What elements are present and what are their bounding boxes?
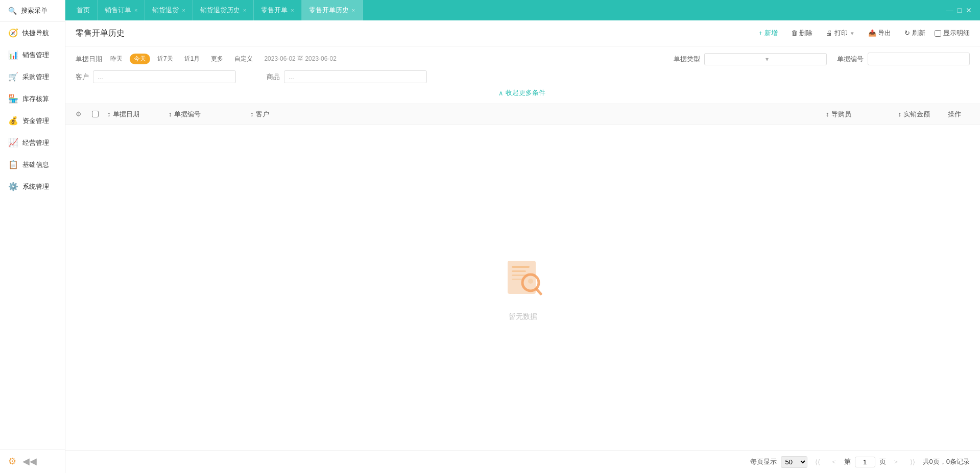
empty-illustration xyxy=(497,253,548,304)
svg-point-7 xyxy=(528,279,533,284)
tab-sales-return-history[interactable]: 销货退货历史× xyxy=(193,0,254,20)
sidebar-item-label-purchase-mgmt: 采购管理 xyxy=(22,72,49,82)
page-input[interactable] xyxy=(855,457,875,467)
sidebar-item-sales-mgmt[interactable]: 📊 销售管理 xyxy=(0,44,65,66)
doc-num-input[interactable] xyxy=(868,53,970,65)
tab-label-retail-open-history: 零售开单历史 xyxy=(309,6,349,15)
date-option-custom[interactable]: 自定义 xyxy=(230,54,257,64)
toolbar: + 新增 🗑 删除 🖨 打印 ▼ 📤 导出 ↻ 刷新 显示明细 xyxy=(754,27,970,40)
page-header: 零售开单历史 + 新增 🗑 删除 🖨 打印 ▼ 📤 导出 ↻ 刷新 xyxy=(65,20,980,46)
sidebar-item-quick-nav[interactable]: 🧭 快捷导航 xyxy=(0,22,65,44)
tab-label-retail-open: 零售开单 xyxy=(261,6,288,15)
sidebar-item-purchase-mgmt[interactable]: 🛒 采购管理 xyxy=(0,66,65,88)
tab-close-sales-return-history[interactable]: × xyxy=(243,7,246,13)
add-label: + 新增 xyxy=(758,29,777,38)
sidebar-item-icon-finance: 💰 xyxy=(8,116,18,126)
goods-label: 商品 xyxy=(267,72,280,82)
doc-type-filter: 单据类型 ▾ xyxy=(674,53,827,65)
sidebar-item-label-sales-mgmt: 销售管理 xyxy=(22,51,49,60)
doc-type-select[interactable]: ▾ xyxy=(704,53,827,65)
svg-rect-2 xyxy=(512,270,526,272)
tab-close-sales-order[interactable]: × xyxy=(134,7,137,13)
window-minimize[interactable]: — xyxy=(946,6,953,14)
th-guide-sort-icon: ↕ xyxy=(826,110,829,118)
customer-input[interactable] xyxy=(93,70,236,83)
tab-close-retail-open-history[interactable]: × xyxy=(352,7,355,13)
date-option-more[interactable]: 更多 xyxy=(207,54,227,64)
tab-label-sales-return-history: 销货退货历史 xyxy=(200,6,240,15)
tab-bar: 首页销售订单×销货退货×销货退货历史×零售开单×零售开单历史× — □ ✕ xyxy=(65,0,980,20)
sidebar-item-finance[interactable]: 💰 资金管理 xyxy=(0,110,65,132)
svg-rect-4 xyxy=(512,279,523,280)
sidebar-settings-icon[interactable]: ⚙ xyxy=(8,456,16,467)
date-option-month[interactable]: 近1月 xyxy=(180,54,204,64)
main-area: 首页销售订单×销货退货×销货退货历史×零售开单×零售开单历史× — □ ✕ 零售… xyxy=(65,0,980,473)
sidebar-item-label-system: 系统管理 xyxy=(22,182,49,191)
goods-input[interactable] xyxy=(284,70,427,83)
total-text: 共0页，0条记录 xyxy=(923,457,970,466)
column-settings-icon[interactable]: ⚙ xyxy=(70,110,87,118)
page-label: 第 xyxy=(844,457,851,466)
date-option-yesterday[interactable]: 昨天 xyxy=(106,54,127,64)
sidebar-search[interactable]: 🔍 搜索采单 xyxy=(0,0,65,22)
sidebar-item-label-operation: 经营管理 xyxy=(22,138,49,147)
sidebar-item-label-quick-nav: 快捷导航 xyxy=(22,29,49,38)
filter-area: 单据日期 昨天今天近7天近1月更多自定义 2023-06-02 至 2023-0… xyxy=(65,46,980,104)
select-all-checkbox-area[interactable] xyxy=(87,111,103,117)
sidebar-item-label-finance: 资金管理 xyxy=(22,116,49,126)
select-all-checkbox[interactable] xyxy=(92,111,99,117)
pagination-first-btn[interactable]: ⟨⟨ xyxy=(811,456,824,468)
search-icon: 🔍 xyxy=(8,7,17,15)
sidebar-item-icon-quick-nav: 🧭 xyxy=(8,28,18,38)
doc-type-label: 单据类型 xyxy=(674,55,700,64)
sidebar-item-inventory[interactable]: 🏪 库存核算 xyxy=(0,88,65,110)
sidebar-item-system[interactable]: ⚙️ 系统管理 xyxy=(0,176,65,197)
sidebar-item-icon-inventory: 🏪 xyxy=(8,94,18,104)
sidebar: 🔍 搜索采单 🧭 快捷导航 📊 销售管理 🛒 采购管理 🏪 库存核算 💰 资金管… xyxy=(0,0,65,473)
refresh-button[interactable]: ↻ 刷新 xyxy=(900,27,929,40)
content-area: 零售开单历史 + 新增 🗑 删除 🖨 打印 ▼ 📤 导出 ↻ 刷新 xyxy=(65,20,980,473)
per-page-label: 每页显示 xyxy=(750,457,777,466)
pagination-next-btn[interactable]: ＞ xyxy=(890,456,902,468)
sidebar-item-icon-sales-mgmt: 📊 xyxy=(8,50,18,60)
window-close[interactable]: ✕ xyxy=(966,6,972,14)
collapse-filters-link[interactable]: ∧ 收起更多条件 xyxy=(76,88,970,97)
tab-close-sales-return[interactable]: × xyxy=(182,7,185,13)
tab-retail-open-history[interactable]: 零售开单历史× xyxy=(302,0,363,20)
sidebar-search-label: 搜索采单 xyxy=(21,6,47,15)
export-button[interactable]: 📤 导出 xyxy=(864,27,896,40)
svg-rect-1 xyxy=(512,266,530,268)
per-page-select[interactable]: 50 100 200 xyxy=(781,456,807,468)
tab-label-sales-order: 销售订单 xyxy=(105,6,131,15)
th-amount-sort-icon: ↕ xyxy=(898,110,902,118)
show-detail-checkbox[interactable] xyxy=(935,30,941,37)
add-button[interactable]: + 新增 xyxy=(754,27,781,40)
window-controls: — □ ✕ xyxy=(946,6,976,14)
pagination-prev-btn[interactable]: ＜ xyxy=(828,456,840,468)
sidebar-item-label-basic-info: 基础信息 xyxy=(22,160,49,169)
empty-state: 暂无数据 xyxy=(65,125,980,450)
th-action: 操作 xyxy=(934,110,975,119)
delete-button[interactable]: 🗑 删除 xyxy=(787,27,817,40)
sidebar-item-icon-operation: 📈 xyxy=(8,138,18,147)
tab-close-retail-open[interactable]: × xyxy=(291,7,294,13)
tab-home[interactable]: 首页 xyxy=(69,0,98,20)
show-detail-checkbox-area[interactable]: 显示明细 xyxy=(935,29,970,38)
date-option-today[interactable]: 今天 xyxy=(130,54,150,64)
th-date-label: ↕ xyxy=(107,110,111,118)
window-maximize[interactable]: □ xyxy=(958,6,962,14)
date-filter-label: 单据日期 xyxy=(76,55,102,64)
sidebar-collapse-icon[interactable]: ◀◀ xyxy=(22,456,37,467)
date-option-week[interactable]: 近7天 xyxy=(153,54,177,64)
tab-retail-open[interactable]: 零售开单× xyxy=(254,0,301,20)
filter-row-1: 单据日期 昨天今天近7天近1月更多自定义 2023-06-02 至 2023-0… xyxy=(76,53,970,65)
tab-sales-order[interactable]: 销售订单× xyxy=(98,0,145,20)
doc-num-label: 单据编号 xyxy=(837,55,864,64)
sidebar-item-basic-info[interactable]: 📋 基础信息 xyxy=(0,154,65,176)
tab-sales-return[interactable]: 销货退货× xyxy=(145,0,193,20)
print-button[interactable]: 🖨 打印 ▼ xyxy=(822,27,859,40)
show-detail-label: 显示明细 xyxy=(943,29,970,38)
sidebar-item-operation[interactable]: 📈 经营管理 xyxy=(0,132,65,154)
print-label: 🖨 打印 xyxy=(826,29,848,38)
pagination-last-btn[interactable]: ⟩⟩ xyxy=(906,456,919,468)
